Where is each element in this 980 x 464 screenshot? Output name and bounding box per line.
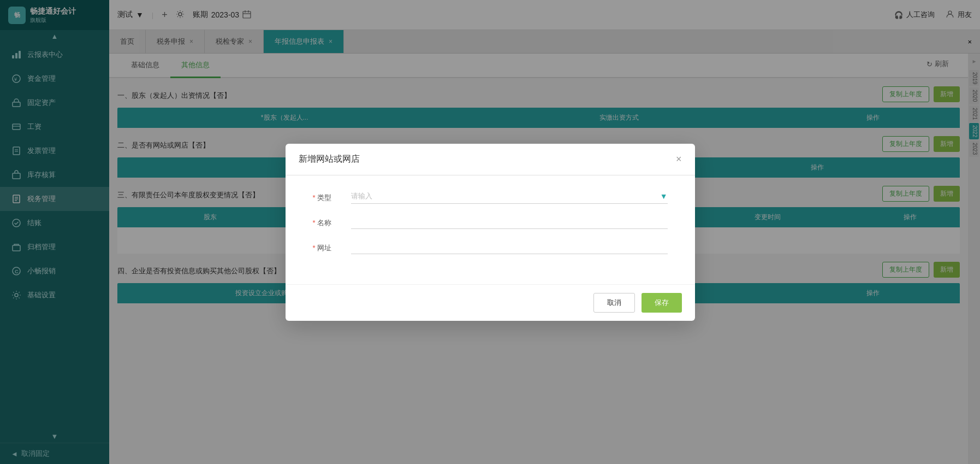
modal-add-website: 新增网站或网店 × * 类型 ▼ * 名称: [286, 144, 695, 321]
required-asterisk: *: [313, 244, 316, 252]
type-input-wrapper: ▼: [351, 192, 668, 204]
type-dropdown-arrow[interactable]: ▼: [660, 192, 668, 201]
label-text-type: 类型: [317, 193, 331, 202]
url-input-wrapper: [351, 243, 668, 254]
required-asterisk: *: [313, 193, 316, 202]
modal-close-btn[interactable]: ×: [676, 154, 682, 165]
name-input[interactable]: [351, 218, 668, 226]
form-field-url: * 网址: [313, 243, 668, 254]
url-input[interactable]: [351, 243, 668, 251]
modal-save-btn[interactable]: 保存: [642, 293, 682, 313]
form-field-name: * 名称: [313, 218, 668, 229]
modal-body: * 类型 ▼ * 名称 *: [286, 175, 695, 284]
label-text-name: 名称: [317, 219, 331, 227]
modal-header: 新增网站或网店 ×: [286, 144, 695, 175]
form-field-type: * 类型 ▼: [313, 192, 668, 204]
form-label-type: * 类型: [313, 193, 346, 203]
form-label-name: * 名称: [313, 218, 346, 228]
form-label-url: * 网址: [313, 243, 346, 253]
modal-cancel-btn[interactable]: 取消: [593, 293, 635, 313]
modal-overlay: 新增网站或网店 × * 类型 ▼ * 名称: [0, 0, 980, 464]
type-input[interactable]: [351, 192, 660, 200]
name-input-wrapper: [351, 218, 668, 229]
modal-title: 新增网站或网店: [299, 154, 360, 165]
label-text-url: 网址: [317, 244, 331, 252]
modal-footer: 取消 保存: [286, 284, 695, 321]
required-asterisk: *: [313, 219, 316, 227]
